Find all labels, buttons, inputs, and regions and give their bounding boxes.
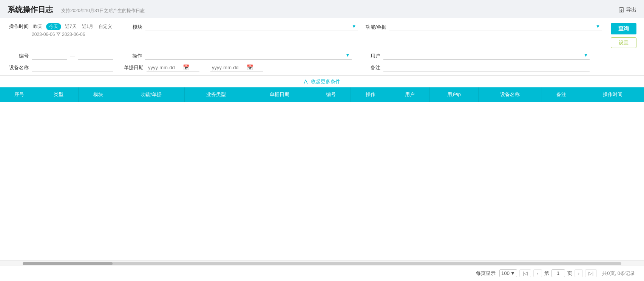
col-op-time: 操作时间 (581, 87, 644, 102)
user-chevron-icon: ▼ (584, 53, 588, 58)
filter-area: 操作时间 昨天 今天 近7天 近1月 自定义 2023-06-06 至 2023… (0, 18, 644, 76)
doc-date-start-wrap: 📅 (147, 64, 199, 71)
time-btn-today[interactable]: 今天 (46, 23, 61, 30)
export-icon (618, 7, 624, 13)
next-page-button[interactable]: › (575, 269, 583, 277)
col-user-ip: 用户ip (429, 87, 478, 102)
op-select[interactable]: ▼ (145, 52, 352, 60)
module-chevron-icon: ▼ (352, 24, 356, 29)
time-label: 操作时间 (8, 23, 29, 30)
time-btn-1month[interactable]: 近1月 (80, 23, 95, 30)
op-chevron-icon: ▼ (346, 53, 350, 58)
collapse-bar[interactable]: ⋀ 收起更多条件 (0, 76, 644, 87)
col-code: 编号 (311, 87, 351, 102)
time-filter: 昨天 今天 近7天 近1月 自定义 2023-06-06 至 2023-06-0… (32, 23, 114, 38)
col-func: 功能/单据 (118, 87, 184, 102)
col-module: 模块 (79, 87, 118, 102)
remark-input[interactable] (383, 64, 590, 71)
col-biz-type: 业务类型 (185, 87, 248, 102)
first-page-button[interactable]: |◁ (519, 269, 531, 277)
calendar-start-icon[interactable]: 📅 (183, 64, 189, 70)
query-button[interactable]: 查询 (611, 23, 636, 34)
export-label: 导出 (626, 6, 636, 13)
scrollbar-track (23, 262, 621, 265)
last-page-button[interactable]: ▷| (585, 269, 597, 277)
code-label: 编号 (8, 53, 29, 59)
time-btn-custom[interactable]: 自定义 (97, 23, 114, 30)
remark-label: 备注 (359, 64, 380, 71)
doc-date-start-input[interactable] (148, 65, 182, 70)
prev-page-button[interactable]: ‹ (533, 269, 542, 277)
col-type: 类型 (39, 87, 78, 102)
doc-date-end-input[interactable] (212, 65, 246, 70)
code-input-start[interactable] (32, 52, 67, 60)
page-subtitle: 支持2020年10月31日之后产生的操作日志 (61, 8, 145, 14)
device-input[interactable] (32, 64, 113, 71)
op-label: 操作 (121, 53, 142, 59)
collapse-icon: ⋀ (304, 79, 308, 84)
per-page-value: 100 (501, 270, 510, 276)
col-op: 操作 (351, 87, 390, 102)
per-page-chevron-icon: ▼ (510, 270, 515, 276)
per-page-select[interactable]: 100 ▼ (499, 269, 517, 277)
collapse-label: 收起更多条件 (311, 79, 340, 84)
empty-area (0, 102, 644, 234)
col-doc-date: 单据日期 (248, 87, 311, 102)
settings-button[interactable]: 设置 (611, 37, 636, 48)
time-range: 2023-06-06 至 2023-06-06 (32, 31, 114, 38)
data-table: 序号 类型 模块 功能/单据 业务类型 单据日期 编号 操作 用户 用户ip 设… (0, 87, 644, 102)
total-info: 共0页, 0条记录 (602, 270, 635, 277)
pagination: 每页显示 100 ▼ |◁ ‹ 第 页 › ▷| 共0页, 0条记录 (0, 265, 644, 281)
code-input-end[interactable] (78, 52, 114, 60)
page-input[interactable] (551, 269, 565, 277)
doc-date-label: 单据日期 (121, 64, 144, 71)
func-chevron-icon: ▼ (596, 24, 600, 29)
per-page-label: 每页显示 (476, 270, 496, 277)
export-button[interactable]: 导出 (618, 6, 636, 13)
module-select[interactable]: ▼ (145, 23, 358, 31)
scrollbar-area[interactable] (0, 260, 644, 265)
table-header-row: 序号 类型 模块 功能/单据 业务类型 单据日期 编号 操作 用户 用户ip 设… (0, 87, 644, 102)
doc-date-end-wrap: 📅 (210, 64, 263, 71)
func-select[interactable]: ▼ (389, 23, 602, 31)
user-select[interactable]: ▼ (383, 52, 590, 60)
device-label: 设备名称 (8, 64, 29, 71)
user-label: 用户 (359, 53, 380, 59)
page-label: 第 (544, 270, 549, 277)
table-area: 序号 类型 模块 功能/单据 业务类型 单据日期 编号 操作 用户 用户ip 设… (0, 87, 644, 260)
time-btn-7days[interactable]: 近7天 (63, 23, 78, 30)
col-index: 序号 (0, 87, 39, 102)
calendar-end-icon[interactable]: 📅 (247, 64, 253, 70)
page-unit: 页 (567, 270, 572, 277)
col-remark: 备注 (542, 87, 581, 102)
func-label: 功能/单据 (365, 24, 386, 31)
scrollbar-thumb[interactable] (23, 262, 113, 265)
page-title: 系统操作日志 (8, 5, 53, 15)
time-btn-yesterday[interactable]: 昨天 (32, 23, 44, 30)
col-user: 用户 (390, 87, 429, 102)
col-device: 设备名称 (478, 87, 542, 102)
module-label: 模块 (121, 24, 142, 31)
